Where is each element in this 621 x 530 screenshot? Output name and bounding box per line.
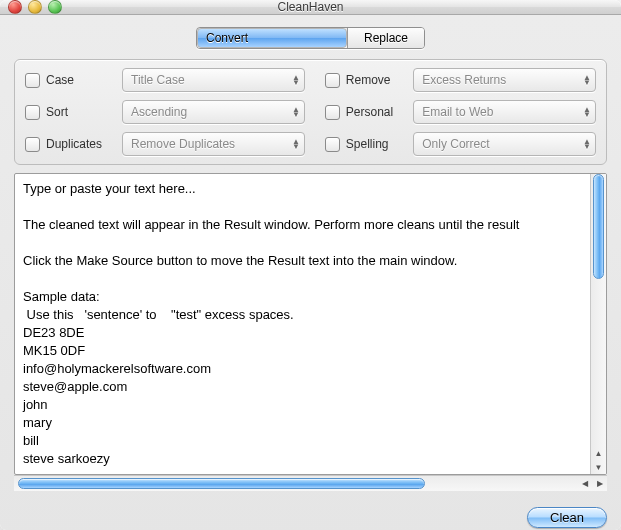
- vertical-scrollbar[interactable]: ▲ ▼: [590, 174, 606, 474]
- minimize-window-button[interactable]: [28, 0, 42, 14]
- text-area-container: Type or paste your text here... The clea…: [14, 173, 607, 491]
- scroll-right-icon[interactable]: ▶: [592, 477, 607, 491]
- select-duplicates[interactable]: Remove Duplicates ▲▼: [122, 132, 305, 156]
- select-sort[interactable]: Ascending ▲▼: [122, 100, 305, 124]
- checkbox-duplicates[interactable]: Duplicates: [25, 137, 102, 152]
- scroll-down-icon[interactable]: ▼: [591, 460, 606, 474]
- checkbox-personal[interactable]: Personal: [325, 105, 393, 120]
- close-window-button[interactable]: [8, 0, 22, 14]
- select-value: Title Case: [131, 73, 185, 87]
- clean-button[interactable]: Clean: [527, 507, 607, 528]
- title-bar: CleanHaven: [0, 0, 621, 15]
- select-personal[interactable]: Email to Web ▲▼: [413, 100, 596, 124]
- checkbox-icon: [25, 73, 40, 88]
- chevron-updown-icon: ▲▼: [583, 75, 591, 85]
- checkbox-icon: [325, 105, 340, 120]
- scroll-thumb[interactable]: [593, 174, 604, 279]
- scroll-thumb[interactable]: [18, 478, 425, 489]
- checkbox-label: Spelling: [346, 137, 389, 151]
- select-value: Only Correct: [422, 137, 489, 151]
- scroll-left-icon[interactable]: ◀: [577, 477, 592, 491]
- checkbox-spelling[interactable]: Spelling: [325, 137, 393, 152]
- checkbox-label: Sort: [46, 105, 68, 119]
- traffic-lights: [8, 0, 62, 14]
- checkbox-label: Duplicates: [46, 137, 102, 151]
- select-value: Email to Web: [422, 105, 493, 119]
- options-panel: Case Title Case ▲▼ Remove Excess Returns…: [14, 59, 607, 165]
- checkbox-icon: [25, 105, 40, 120]
- checkbox-label: Personal: [346, 105, 393, 119]
- select-spelling[interactable]: Only Correct ▲▼: [413, 132, 596, 156]
- chevron-updown-icon: ▲▼: [583, 139, 591, 149]
- tab-replace[interactable]: Replace: [347, 28, 424, 48]
- select-case[interactable]: Title Case ▲▼: [122, 68, 305, 92]
- main-text-input[interactable]: Type or paste your text here... The clea…: [15, 174, 590, 474]
- select-value: Remove Duplicates: [131, 137, 235, 151]
- checkbox-label: Case: [46, 73, 74, 87]
- select-value: Ascending: [131, 105, 187, 119]
- chevron-updown-icon: ▲▼: [583, 107, 591, 117]
- app-window: CleanHaven Convert Replace Case Title Ca…: [0, 0, 621, 530]
- checkbox-remove[interactable]: Remove: [325, 73, 393, 88]
- checkbox-label: Remove: [346, 73, 391, 87]
- button-row: Clean: [14, 507, 607, 528]
- mode-tabs: Convert Replace: [14, 27, 607, 49]
- chevron-updown-icon: ▲▼: [292, 139, 300, 149]
- checkbox-case[interactable]: Case: [25, 73, 102, 88]
- checkbox-icon: [325, 137, 340, 152]
- window-title: CleanHaven: [0, 0, 621, 14]
- tab-convert[interactable]: Convert: [197, 28, 347, 48]
- chevron-updown-icon: ▲▼: [292, 75, 300, 85]
- checkbox-sort[interactable]: Sort: [25, 105, 102, 120]
- checkbox-icon: [325, 73, 340, 88]
- horizontal-scrollbar[interactable]: ◀ ▶: [14, 475, 607, 491]
- select-remove[interactable]: Excess Returns ▲▼: [413, 68, 596, 92]
- window-body: Convert Replace Case Title Case ▲▼ Remov…: [0, 15, 621, 530]
- checkbox-icon: [25, 137, 40, 152]
- chevron-updown-icon: ▲▼: [292, 107, 300, 117]
- select-value: Excess Returns: [422, 73, 506, 87]
- scroll-up-icon[interactable]: ▲: [591, 446, 606, 460]
- zoom-window-button[interactable]: [48, 0, 62, 14]
